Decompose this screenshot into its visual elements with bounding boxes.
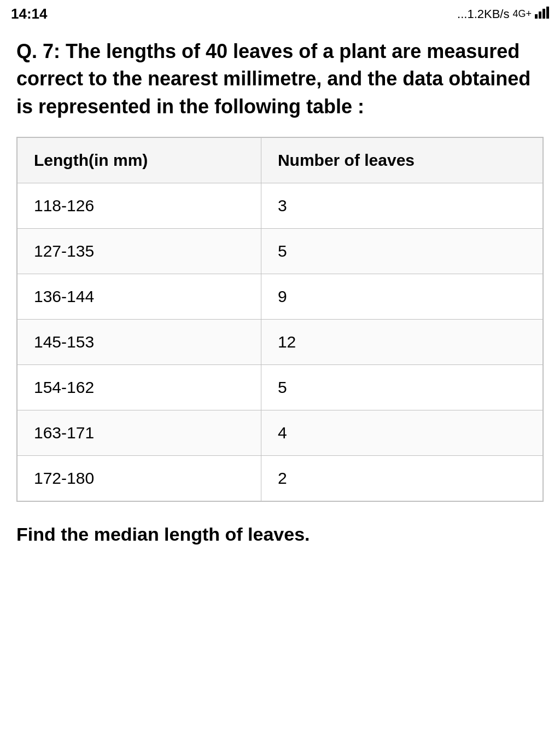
svg-rect-2 <box>542 9 545 19</box>
cell-count: 5 <box>261 229 543 274</box>
cell-length: 127-135 <box>17 229 261 274</box>
table-row: 172-1802 <box>17 456 543 502</box>
svg-rect-1 <box>539 11 541 19</box>
find-text: Find the median length of leaves. <box>16 524 544 545</box>
status-time: 14:14 <box>11 5 48 22</box>
cell-count: 3 <box>261 183 543 229</box>
cell-length: 163-171 <box>17 410 261 456</box>
status-right: ...1.2KB/s 4G+ <box>457 7 549 22</box>
svg-rect-0 <box>535 14 538 19</box>
cell-length: 136-144 <box>17 274 261 320</box>
svg-rect-3 <box>546 7 549 19</box>
cell-length: 172-180 <box>17 456 261 502</box>
cell-length: 154-162 <box>17 365 261 410</box>
data-table: Length(in mm) Number of leaves 118-12631… <box>16 137 544 502</box>
network-type: 4G+ <box>512 8 532 20</box>
cell-count: 4 <box>261 410 543 456</box>
content-area: Q. 7: The lengths of 40 leaves of a plan… <box>0 27 560 567</box>
table-row: 127-1355 <box>17 229 543 274</box>
cell-count: 2 <box>261 456 543 502</box>
cell-length: 118-126 <box>17 183 261 229</box>
table-row: 145-15312 <box>17 320 543 365</box>
question-text: Q. 7: The lengths of 40 leaves of a plan… <box>16 38 544 120</box>
col-header-leaves: Number of leaves <box>261 137 543 183</box>
status-bar: 14:14 ...1.2KB/s 4G+ <box>0 0 560 27</box>
table-row: 118-1263 <box>17 183 543 229</box>
table-header-row: Length(in mm) Number of leaves <box>17 137 543 183</box>
table-row: 154-1625 <box>17 365 543 410</box>
table-row: 136-1449 <box>17 274 543 320</box>
cell-count: 9 <box>261 274 543 320</box>
cell-count: 12 <box>261 320 543 365</box>
cell-length: 145-153 <box>17 320 261 365</box>
table-row: 163-1714 <box>17 410 543 456</box>
cell-count: 5 <box>261 365 543 410</box>
col-header-length: Length(in mm) <box>17 137 261 183</box>
signal-icon <box>535 7 549 22</box>
network-speed: ...1.2KB/s <box>457 7 509 21</box>
